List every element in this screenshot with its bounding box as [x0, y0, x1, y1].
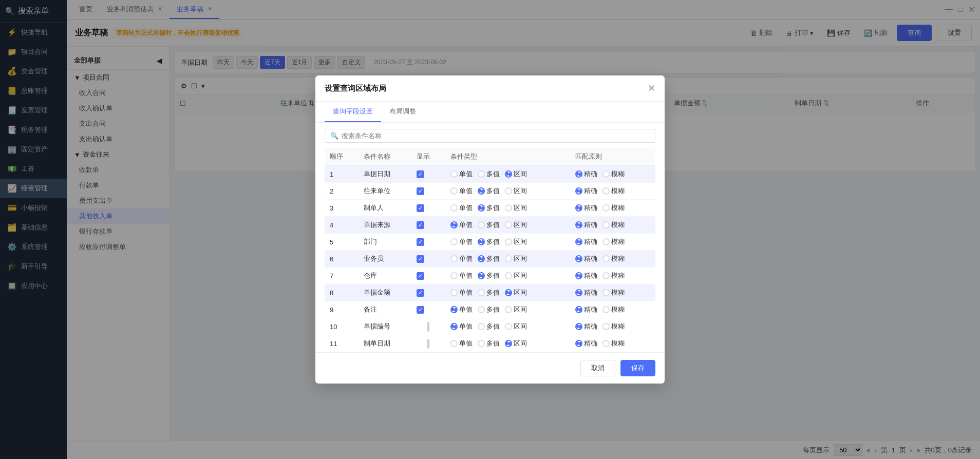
- row-type: 单值 多值 区间: [445, 267, 570, 284]
- dialog-close-btn[interactable]: ✕: [648, 83, 655, 94]
- match-radio-模糊[interactable]: 模糊: [602, 322, 625, 331]
- match-radio-精确[interactable]: 精确: [575, 220, 597, 230]
- type-radio-多值[interactable]: 多值: [478, 237, 500, 246]
- type-radio-区间[interactable]: 区间: [505, 305, 527, 314]
- type-radio-单值[interactable]: 单值: [450, 271, 473, 280]
- match-radio-精确[interactable]: 精确: [575, 254, 597, 263]
- type-radio-区间[interactable]: 区间: [505, 237, 527, 246]
- row-show: ✓: [411, 267, 445, 284]
- type-radio-多值[interactable]: 多值: [478, 186, 500, 196]
- dialog-tab-query-fields[interactable]: 查询字段设置: [325, 102, 381, 122]
- type-radio-单值[interactable]: 单值: [450, 322, 473, 331]
- match-radio-精确[interactable]: 精确: [575, 288, 597, 297]
- row-name: 单据日期: [359, 166, 411, 183]
- match-radio-精确[interactable]: 精确: [575, 339, 597, 348]
- match-radio-模糊[interactable]: 模糊: [602, 305, 625, 314]
- settings-row: 7 仓库 ✓ 单值 多值 区间 精确 模糊: [325, 267, 655, 284]
- row-type: 单值 多值 区间: [445, 251, 570, 267]
- show-checkbox-5[interactable]: ✓: [417, 238, 424, 246]
- dialog-tab-layout[interactable]: 布局调整: [381, 102, 424, 122]
- show-checkbox-4[interactable]: ✓: [417, 221, 424, 229]
- row-type: 单值 多值 区间: [445, 301, 570, 318]
- match-radio-模糊[interactable]: 模糊: [602, 271, 625, 280]
- match-radio-模糊[interactable]: 模糊: [602, 237, 625, 246]
- condition-search-input[interactable]: [342, 132, 650, 140]
- show-checkbox-7[interactable]: ✓: [417, 272, 424, 280]
- type-radio-多值[interactable]: 多值: [478, 305, 500, 314]
- match-radio-精确[interactable]: 精确: [575, 305, 597, 314]
- match-radio-精确[interactable]: 精确: [575, 203, 597, 213]
- show-checkbox-3[interactable]: ✓: [417, 204, 424, 212]
- row-name: 单据来源: [359, 217, 411, 234]
- type-radio-多值[interactable]: 多值: [478, 254, 500, 263]
- type-radio-区间[interactable]: 区间: [505, 271, 527, 280]
- type-radio-多值[interactable]: 多值: [478, 288, 500, 297]
- match-radio-模糊[interactable]: 模糊: [602, 220, 625, 230]
- type-radio-多值[interactable]: 多值: [478, 322, 500, 331]
- match-radio-模糊[interactable]: 模糊: [602, 169, 625, 179]
- type-radio-单值[interactable]: 单值: [450, 186, 473, 196]
- match-radio-模糊[interactable]: 模糊: [602, 254, 625, 263]
- match-radio-模糊[interactable]: 模糊: [602, 288, 625, 297]
- save-dialog-button[interactable]: 保存: [620, 360, 655, 376]
- type-radio-多值[interactable]: 多值: [478, 339, 500, 348]
- show-checkbox-6[interactable]: ✓: [417, 255, 424, 263]
- type-radio-区间[interactable]: 区间: [505, 339, 527, 348]
- show-checkbox-1[interactable]: ✓: [417, 170, 424, 178]
- type-radio-多值[interactable]: 多值: [478, 271, 500, 280]
- row-name: 业务员: [359, 251, 411, 267]
- type-radio-区间[interactable]: 区间: [505, 169, 527, 179]
- row-match: 精确 模糊: [570, 335, 655, 352]
- type-radio-区间[interactable]: 区间: [505, 220, 527, 230]
- row-order: 11: [325, 335, 359, 352]
- match-radio-精确[interactable]: 精确: [575, 271, 597, 280]
- type-radio-多值[interactable]: 多值: [478, 203, 500, 213]
- match-radio-精确[interactable]: 精确: [575, 237, 597, 246]
- type-radio-单值[interactable]: 单值: [450, 288, 473, 297]
- row-order: 8: [325, 284, 359, 301]
- type-radio-多值[interactable]: 多值: [478, 169, 500, 179]
- type-radio-区间[interactable]: 区间: [505, 186, 527, 196]
- match-radio-精确[interactable]: 精确: [575, 322, 597, 331]
- type-radio-区间[interactable]: 区间: [505, 203, 527, 213]
- type-radio-单值[interactable]: 单值: [450, 305, 473, 314]
- show-checkbox-9[interactable]: ✓: [417, 306, 424, 314]
- type-radio-区间[interactable]: 区间: [505, 322, 527, 331]
- row-show: [411, 318, 445, 335]
- settings-row: 11 制单日期 单值 多值 区间 精确 模糊: [325, 335, 655, 352]
- row-match: 精确 模糊: [570, 166, 655, 183]
- settings-row: 6 业务员 ✓ 单值 多值 区间 精确 模糊: [325, 251, 655, 267]
- settings-row: 3 制单人 ✓ 单值 多值 区间 精确 模糊: [325, 200, 655, 217]
- type-radio-单值[interactable]: 单值: [450, 220, 473, 230]
- match-radio-模糊[interactable]: 模糊: [602, 339, 625, 348]
- show-checkbox-10[interactable]: [427, 322, 429, 332]
- type-radio-区间[interactable]: 区间: [505, 254, 527, 263]
- type-radio-多值[interactable]: 多值: [478, 220, 500, 230]
- match-radio-精确[interactable]: 精确: [575, 186, 597, 196]
- row-name: 单据金额: [359, 284, 411, 301]
- row-match: 精确 模糊: [570, 200, 655, 217]
- row-name: 仓库: [359, 267, 411, 284]
- type-radio-单值[interactable]: 单值: [450, 339, 473, 348]
- settings-row: 2 往来单位 ✓ 单值 多值 区间 精确 模糊: [325, 183, 655, 200]
- match-radio-模糊[interactable]: 模糊: [602, 203, 625, 213]
- row-match: 精确 模糊: [570, 234, 655, 251]
- type-radio-区间[interactable]: 区间: [505, 288, 527, 297]
- type-radio-单值[interactable]: 单值: [450, 254, 473, 263]
- match-radio-模糊[interactable]: 模糊: [602, 186, 625, 196]
- show-checkbox-11[interactable]: [427, 339, 429, 349]
- row-show: ✓: [411, 301, 445, 318]
- th-name: 条件名称: [359, 148, 411, 166]
- settings-row: 1 单据日期 ✓ 单值 多值 区间 精确 模糊: [325, 166, 655, 183]
- match-radio-精确[interactable]: 精确: [575, 169, 597, 179]
- row-match: 精确 模糊: [570, 251, 655, 267]
- show-checkbox-2[interactable]: ✓: [417, 187, 424, 195]
- row-match: 精确 模糊: [570, 217, 655, 234]
- cancel-button[interactable]: 取消: [580, 360, 615, 376]
- th-type: 条件类型: [445, 148, 570, 166]
- type-radio-单值[interactable]: 单值: [450, 203, 473, 213]
- show-checkbox-8[interactable]: ✓: [417, 289, 424, 297]
- type-radio-单值[interactable]: 单值: [450, 237, 473, 246]
- type-radio-单值[interactable]: 单值: [450, 169, 473, 179]
- row-match: 精确 模糊: [570, 301, 655, 318]
